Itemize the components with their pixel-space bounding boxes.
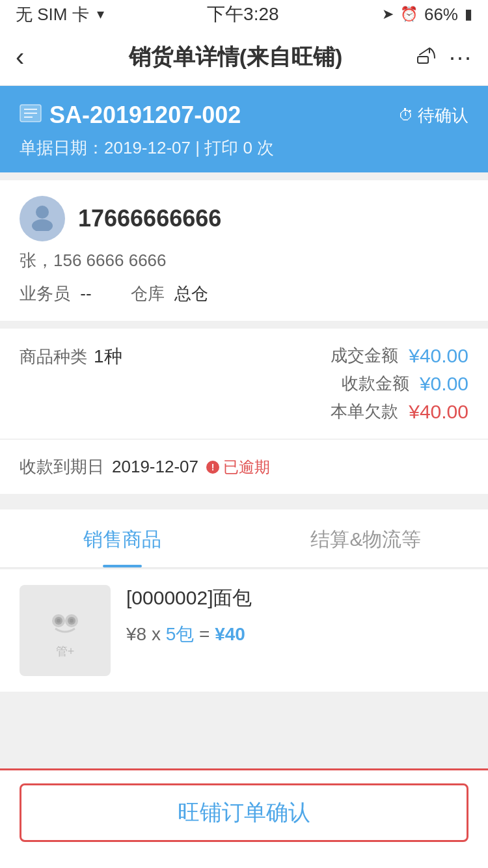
- battery-icon: ▮: [465, 6, 472, 23]
- warehouse: 仓库 总仓: [131, 282, 208, 305]
- due-section: 收款到期日 2019-12-07 ! 已逾期: [0, 440, 488, 494]
- customer-phone: 17666666666: [78, 205, 221, 232]
- debt-label: 本单欠款: [331, 400, 398, 423]
- overdue-badge: ! 已逾期: [206, 457, 270, 478]
- overdue-text: 已逾期: [223, 457, 270, 478]
- carrier-text: 无 SIM 卡: [16, 3, 89, 26]
- product-image: 管+: [20, 585, 111, 676]
- location-icon: ➤: [382, 6, 394, 23]
- warehouse-value: 总仓: [174, 284, 208, 303]
- order-header: SA-20191207-002 ⏱ 待确认 单据日期：2019-12-07 | …: [0, 86, 488, 172]
- tab-sales-goods[interactable]: 销售商品: [0, 509, 244, 567]
- page-title: 销货单详情(来自旺铺): [55, 42, 416, 72]
- svg-point-11: [57, 619, 61, 623]
- customer-detail: 张，156 6666 6666: [20, 249, 468, 272]
- product-logo-text: 管+: [39, 644, 91, 659]
- svg-point-5: [36, 206, 49, 219]
- order-status: ⏱ 待确认: [398, 104, 468, 127]
- status-time: 下午3:28: [207, 2, 279, 27]
- order-doc-icon: [20, 104, 42, 127]
- customer-section: 17666666666 张，156 6666 6666 业务员 -- 仓库 总仓: [0, 180, 488, 321]
- bottom-area: 旺铺订单确认: [0, 768, 488, 868]
- sales-value: --: [80, 284, 91, 303]
- price-text: ¥8 x: [126, 624, 166, 644]
- amount-summary: 成交金额 ¥40.00 收款金额 ¥0.00 本单欠款 ¥40.00: [331, 344, 468, 423]
- amount-row: 成交金额 ¥40.00: [331, 344, 468, 367]
- svg-point-6: [32, 219, 53, 231]
- product-type-label: 商品种类: [20, 346, 87, 368]
- summary-section: 商品种类 1种 成交金额 ¥40.00 收款金额 ¥0.00 本单欠款 ¥40.…: [0, 329, 488, 439]
- avatar: [20, 196, 65, 241]
- sales-rep: 业务员 --: [20, 282, 92, 305]
- overdue-icon: !: [206, 461, 219, 474]
- sales-label: 业务员: [20, 284, 70, 303]
- status-right: ➤ ⏰ 66% ▮: [382, 5, 472, 25]
- product-type: 商品种类 1种: [20, 344, 331, 369]
- debt-value: ¥40.00: [409, 401, 468, 423]
- status-left: 无 SIM 卡 ▾: [16, 3, 104, 26]
- share-button[interactable]: [416, 45, 436, 69]
- divider-1: [0, 321, 488, 329]
- product-total: ¥40: [215, 624, 245, 644]
- debt-row: 本单欠款 ¥40.00: [331, 400, 468, 423]
- warehouse-label: 仓库: [131, 284, 165, 303]
- product-qty: 5包: [166, 624, 195, 644]
- svg-point-12: [70, 619, 74, 623]
- divider-2: [0, 494, 488, 502]
- customer-meta: 业务员 -- 仓库 总仓: [20, 282, 468, 305]
- product-name: [0000002]面包: [126, 585, 468, 612]
- tab-settlement[interactable]: 结算&物流等: [244, 509, 488, 567]
- product-logo: 管+: [39, 603, 91, 659]
- confirm-order-button[interactable]: 旺铺订单确认: [20, 783, 468, 842]
- product-type-value: 1种: [94, 344, 122, 369]
- nav-actions: ···: [416, 44, 472, 71]
- more-button[interactable]: ···: [449, 44, 472, 71]
- tabs-row: 销售商品 结算&物流等: [0, 509, 488, 568]
- order-date: 单据日期：2019-12-07 | 打印 0 次: [20, 137, 468, 159]
- clock-icon: ⏱: [398, 106, 414, 124]
- amount-label: 成交金额: [331, 344, 398, 367]
- avatar-icon: [27, 201, 57, 237]
- tabs-section: 销售商品 结算&物流等: [0, 509, 488, 568]
- back-button[interactable]: ‹: [16, 42, 55, 72]
- alarm-icon: ⏰: [400, 6, 418, 23]
- amount-value: ¥40.00: [409, 345, 468, 367]
- svg-rect-0: [418, 57, 428, 63]
- received-label: 收款金额: [342, 372, 409, 395]
- tab-underline: [103, 565, 142, 567]
- product-price: ¥8 x 5包 = ¥40: [126, 622, 468, 647]
- wifi-icon: ▾: [97, 6, 104, 23]
- equals-text: =: [194, 624, 215, 644]
- received-value: ¥0.00: [420, 373, 468, 395]
- battery-text: 66%: [424, 5, 458, 25]
- order-id: SA-20191207-002: [20, 102, 241, 129]
- status-bar: 无 SIM 卡 ▾ 下午3:28 ➤ ⏰ 66% ▮: [0, 0, 488, 29]
- due-label: 收款到期日: [20, 455, 104, 478]
- nav-bar: ‹ 销货单详情(来自旺铺) ···: [0, 29, 488, 86]
- product-item: 管+ [0000002]面包 ¥8 x 5包 = ¥40: [0, 569, 488, 692]
- received-row: 收款金额 ¥0.00: [342, 372, 468, 395]
- product-info: [0000002]面包 ¥8 x 5包 = ¥40: [126, 585, 468, 676]
- due-date: 2019-12-07: [112, 457, 198, 477]
